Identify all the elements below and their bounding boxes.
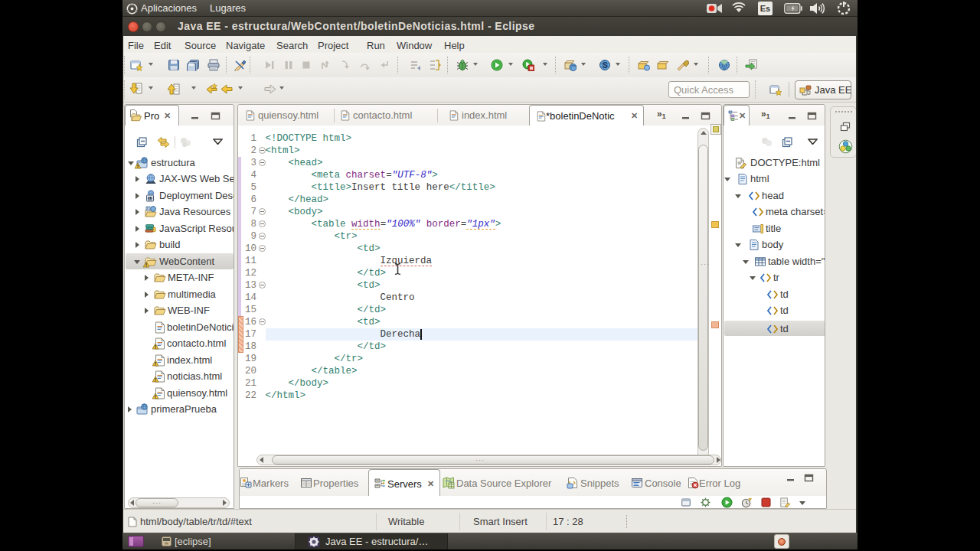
svg-text:S: S [603, 61, 608, 70]
